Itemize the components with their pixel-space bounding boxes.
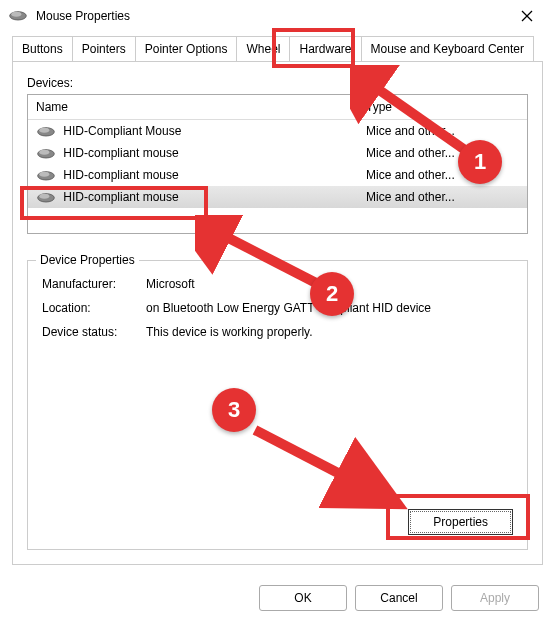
tab-pointer-options[interactable]: Pointer Options bbox=[135, 36, 238, 61]
manufacturer-row: Manufacturer: Microsoft bbox=[42, 277, 513, 291]
ok-button[interactable]: OK bbox=[259, 585, 347, 611]
titlebar: Mouse Properties bbox=[0, 0, 555, 32]
table-row[interactable]: HID-compliant mouse Mice and other... bbox=[28, 186, 527, 208]
manufacturer-label: Manufacturer: bbox=[42, 277, 146, 291]
location-value: on Bluetooth Low Energy GATT compliant H… bbox=[146, 301, 513, 315]
bottom-button-row: OK Cancel Apply bbox=[0, 577, 555, 622]
mouse-properties-window: Mouse Properties Buttons Pointers Pointe… bbox=[0, 0, 555, 622]
svg-point-11 bbox=[39, 193, 49, 198]
device-name: HID-Compliant Mouse bbox=[63, 124, 181, 138]
status-label: Device status: bbox=[42, 325, 146, 339]
device-name: HID-compliant mouse bbox=[63, 190, 178, 204]
mouse-icon bbox=[36, 192, 56, 204]
manufacturer-value: Microsoft bbox=[146, 277, 513, 291]
device-type: Mice and other... bbox=[358, 144, 527, 162]
devices-label: Devices: bbox=[27, 76, 528, 90]
devices-header: Name Type bbox=[28, 95, 527, 120]
device-name: HID-compliant mouse bbox=[63, 168, 178, 182]
device-type: Mice and other... bbox=[358, 188, 527, 206]
tab-mouse-keyboard-center[interactable]: Mouse and Keyboard Center bbox=[361, 36, 534, 61]
close-icon bbox=[521, 10, 533, 22]
mouse-icon bbox=[36, 170, 56, 182]
close-button[interactable] bbox=[507, 2, 547, 30]
device-properties-group: Device Properties Manufacturer: Microsof… bbox=[27, 260, 528, 550]
device-name: HID-compliant mouse bbox=[63, 146, 178, 160]
location-row: Location: on Bluetooth Low Energy GATT c… bbox=[42, 301, 513, 315]
tab-row: Buttons Pointers Pointer Options Wheel H… bbox=[0, 32, 555, 61]
apply-button[interactable]: Apply bbox=[451, 585, 539, 611]
tab-hardware[interactable]: Hardware bbox=[289, 36, 361, 61]
svg-point-7 bbox=[39, 149, 49, 154]
svg-point-1 bbox=[11, 11, 21, 16]
status-row: Device status: This device is working pr… bbox=[42, 325, 513, 339]
device-properties-label: Device Properties bbox=[36, 253, 139, 267]
status-value: This device is working properly. bbox=[146, 325, 513, 339]
table-row[interactable]: HID-compliant mouse Mice and other... bbox=[28, 142, 527, 164]
location-label: Location: bbox=[42, 301, 146, 315]
column-name[interactable]: Name bbox=[28, 95, 358, 119]
mouse-icon bbox=[36, 126, 56, 138]
svg-point-5 bbox=[39, 127, 49, 132]
device-type: Mice and other... bbox=[358, 166, 527, 184]
mouse-icon bbox=[8, 10, 28, 22]
mouse-icon bbox=[36, 148, 56, 160]
table-row[interactable]: HID-compliant mouse Mice and other... bbox=[28, 164, 527, 186]
table-row[interactable]: HID-Compliant Mouse Mice and other... bbox=[28, 120, 527, 142]
devices-list: Name Type HID-Compliant Mouse Mice and o… bbox=[27, 94, 528, 234]
properties-button[interactable]: Properties bbox=[408, 509, 513, 535]
window-title: Mouse Properties bbox=[36, 9, 507, 23]
tab-pointers[interactable]: Pointers bbox=[72, 36, 136, 61]
column-type[interactable]: Type bbox=[358, 95, 527, 119]
device-type: Mice and other... bbox=[358, 122, 527, 140]
svg-point-9 bbox=[39, 171, 49, 176]
tab-buttons[interactable]: Buttons bbox=[12, 36, 73, 61]
tab-wheel[interactable]: Wheel bbox=[236, 36, 290, 61]
hardware-panel: Devices: Name Type HID-Compliant Mouse M… bbox=[12, 61, 543, 565]
cancel-button[interactable]: Cancel bbox=[355, 585, 443, 611]
